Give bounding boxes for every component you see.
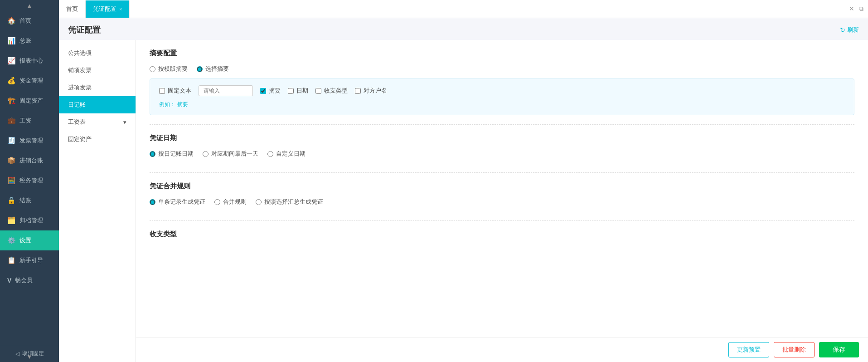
sidebar-item-archive[interactable]: 🗂️ 归档管理: [0, 210, 59, 230]
checkbox-summary-label: 摘要: [269, 87, 281, 95]
right-panel: 摘要配置 按模版摘要 选择摘要: [136, 40, 868, 337]
merge-rules-radio-row: 单条记录生成凭证 合并规则 按照选择汇总生成凭证: [150, 198, 854, 206]
checkbox-fixed-text-input[interactable]: [159, 88, 165, 94]
checkbox-fixed-text[interactable]: 固定文本: [159, 87, 191, 95]
checkbox-date[interactable]: 日期: [288, 87, 308, 95]
sidebar-item-reports[interactable]: 📈 报表中心: [0, 51, 59, 71]
window-close-button[interactable]: ✕: [849, 5, 854, 13]
checkbox-fixed-text-label: 固定文本: [168, 87, 191, 95]
summary-radio-select-label: 选择摘要: [205, 65, 229, 73]
tab-window-controls: ✕ ⧉: [849, 5, 868, 13]
tab-close-button[interactable]: ×: [119, 6, 122, 12]
summary-config-box: 固定文本 摘要 日期: [150, 78, 854, 115]
left-nav-journal[interactable]: 日记账: [59, 96, 136, 113]
sidebar-toggle-button[interactable]: ◁ 取消固定: [0, 345, 59, 362]
summary-radio-select[interactable]: 选择摘要: [197, 65, 229, 73]
summary-config-row: 固定文本 摘要 日期: [159, 85, 845, 96]
sidebar-item-home[interactable]: 🏠 首页: [0, 11, 59, 31]
tab-home[interactable]: 首页: [59, 0, 86, 18]
left-nav-fixed-assets[interactable]: 固定资产: [59, 131, 136, 148]
sidebar-item-member[interactable]: V 畅会员: [0, 270, 59, 290]
left-nav-purchase-invoice-label: 进项发票: [68, 83, 92, 92]
sidebar-scroll-up[interactable]: ▲: [0, 0, 59, 11]
fixed-text-input[interactable]: [199, 85, 253, 96]
date-radio-custom[interactable]: 自定义日期: [267, 150, 305, 158]
summary-config-title: 摘要配置: [150, 49, 854, 58]
date-radio-journal-label: 按日记账日期: [158, 150, 194, 158]
sidebar-item-settings[interactable]: ⚙️ 设置: [0, 230, 59, 250]
sidebar-bottom: ◁ 取消固定: [0, 345, 59, 362]
checkbox-date-label: 日期: [296, 87, 308, 95]
date-radio-period-last-input[interactable]: [203, 151, 209, 157]
sidebar-item-assets[interactable]: 🏗️ 固定资产: [0, 91, 59, 111]
sidebar-item-ledger[interactable]: 📊 总账: [0, 31, 59, 51]
merge-radio-rules-input[interactable]: [214, 199, 220, 205]
left-nav-public-label: 公共选项: [68, 49, 92, 57]
sidebar-item-invoice[interactable]: 🧾 发票管理: [0, 131, 59, 151]
summary-radio-template-label: 按模版摘要: [158, 65, 188, 73]
update-preview-button[interactable]: 更新预置: [728, 342, 769, 357]
reports-icon: 📈: [7, 57, 16, 65]
checkbox-counterpart-input[interactable]: [355, 88, 361, 94]
left-nav-payroll[interactable]: 工资表 ▾: [59, 113, 136, 131]
date-radio-custom-input[interactable]: [267, 151, 273, 157]
settings-icon: ⚙️: [7, 236, 16, 245]
checkbox-counterpart[interactable]: 对方户名: [355, 87, 387, 95]
sidebar-toggle-label: 取消固定: [22, 350, 44, 357]
pin-icon: ◁: [15, 351, 19, 357]
tab-voucher-config[interactable]: 凭证配置 ×: [86, 0, 130, 18]
sidebar-label-assets: 固定资产: [19, 97, 43, 105]
sidebar-label-reports: 报表中心: [19, 57, 43, 65]
receipt-type-section: 收支类型: [150, 230, 854, 255]
tax-icon: 🧮: [7, 176, 16, 185]
merge-radio-rules[interactable]: 合并规则: [214, 198, 247, 206]
date-radio-journal[interactable]: 按日记账日期: [150, 150, 194, 158]
sidebar-label-home: 首页: [19, 17, 31, 25]
voucher-date-section: 凭证日期 按日记账日期 对应期间最后一天: [150, 134, 854, 173]
sidebar-item-funds[interactable]: 💰 资金管理: [0, 71, 59, 91]
main-area: 首页 凭证配置 × ✕ ⧉ 凭证配置 ↻ 刷新 公共选项: [59, 0, 868, 362]
merge-radio-aggregate[interactable]: 按照选择汇总生成凭证: [256, 198, 323, 206]
left-nav-sales-invoice[interactable]: 销项发票: [59, 62, 136, 79]
invoice-icon: 🧾: [7, 137, 16, 145]
sidebar-label-ledger: 总账: [19, 37, 31, 45]
sidebar-item-salary[interactable]: 💼 工资: [0, 111, 59, 131]
merge-radio-single-label: 单条记录生成凭证: [158, 198, 205, 206]
checkbox-summary[interactable]: 摘要: [260, 87, 281, 95]
save-button[interactable]: 保存: [819, 342, 859, 357]
example-value: 摘要: [177, 101, 188, 108]
refresh-button[interactable]: ↻ 刷新: [840, 26, 859, 34]
sidebar-item-closing[interactable]: 🔒 结账: [0, 191, 59, 210]
payroll-expand-icon: ▾: [123, 119, 126, 126]
purchase-icon: 📦: [7, 157, 16, 165]
sidebar-label-guide: 新手引导: [19, 256, 43, 264]
left-nav-public[interactable]: 公共选项: [59, 44, 136, 62]
merge-radio-aggregate-input[interactable]: [256, 199, 262, 205]
merge-rules-title: 凭证合并规则: [150, 182, 854, 191]
checkbox-date-input[interactable]: [288, 88, 294, 94]
checkbox-counterpart-label: 对方户名: [364, 87, 387, 95]
merge-radio-single[interactable]: 单条记录生成凭证: [150, 198, 205, 206]
sidebar-label-funds: 资金管理: [19, 77, 43, 85]
sidebar-label-settings: 设置: [19, 236, 31, 245]
checkbox-summary-input[interactable]: [260, 88, 266, 94]
checkbox-income-type-input[interactable]: [315, 88, 321, 94]
merge-radio-single-input[interactable]: [150, 199, 155, 205]
checkbox-income-type-label: 收支类型: [324, 87, 348, 95]
summary-radio-template-input[interactable]: [150, 66, 155, 72]
summary-radio-select-input[interactable]: [197, 66, 203, 72]
date-radio-period-last[interactable]: 对应期间最后一天: [203, 150, 258, 158]
sidebar-item-guide[interactable]: 📋 新手引导: [0, 250, 59, 270]
sidebar-item-tax[interactable]: 🧮 税务管理: [0, 171, 59, 191]
checkbox-income-type[interactable]: 收支类型: [315, 87, 348, 95]
date-radio-journal-input[interactable]: [150, 151, 155, 157]
merge-radio-aggregate-label: 按照选择汇总生成凭证: [264, 198, 323, 206]
summary-radio-template[interactable]: 按模版摘要: [150, 65, 188, 73]
left-nav-purchase-invoice[interactable]: 进项发票: [59, 79, 136, 96]
ledger-icon: 📊: [7, 37, 16, 45]
batch-delete-button[interactable]: 批量删除: [774, 342, 815, 357]
window-maximize-button[interactable]: ⧉: [859, 5, 863, 13]
salary-icon: 💼: [7, 117, 16, 125]
sidebar-item-purchase[interactable]: 📦 进销台账: [0, 151, 59, 171]
summary-config-section: 摘要配置 按模版摘要 选择摘要: [150, 49, 854, 125]
